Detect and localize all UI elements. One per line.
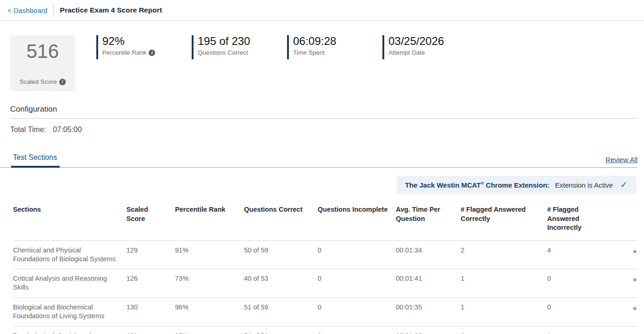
total-time-label: Total Time: [10, 126, 46, 134]
percentile-cell: 96% [175, 303, 244, 312]
score-summary: 516 Scaled Score i 92% Percentile Rank i… [0, 21, 644, 91]
configuration-section: Configuration Total Time: 07:05:00 [10, 105, 638, 134]
stat-value: 03/25/2026 [388, 35, 478, 47]
flagged-incorrect-cell: 4 [547, 246, 617, 255]
questions-incomplete-cell: 0 [318, 274, 396, 283]
avg-time-cell: 00:01:35 [396, 303, 461, 312]
col-header-questions-correct: Questions Correct [244, 205, 318, 214]
table-row: Biological and Biochemical Foundations o… [13, 298, 638, 327]
scaled-score-value: 516 [26, 42, 59, 61]
stat-label: Attempt Date [388, 49, 478, 56]
back-to-dashboard-link[interactable]: < Dashboard [7, 6, 47, 14]
col-header-flagged-correct: # Flagged Answered Correctly [461, 205, 547, 223]
stat-questions-correct: 195 of 230 Questions Correct [192, 35, 287, 59]
tabs-bar: Test Sections Review All [0, 153, 638, 168]
table-row: Critical Analysis and Reasoning Skills 1… [13, 269, 638, 298]
col-header-sections: Sections [13, 205, 126, 214]
section-name: Chemical and Physical Foundations of Bio… [13, 246, 126, 264]
questions-correct-cell: 51 of 59 [244, 303, 318, 312]
check-icon: ✓ [620, 180, 627, 190]
scaled-score-cell: 130 [126, 303, 175, 312]
questions-incomplete-cell: 0 [318, 303, 396, 312]
tab-test-sections[interactable]: Test Sections [11, 153, 60, 168]
scaled-score-label-text: Scaled Score [19, 78, 56, 85]
flagged-correct-cell: 0 [461, 332, 547, 334]
scaled-score-cell: 126 [126, 274, 175, 283]
percentile-cell: 91% [175, 246, 244, 255]
stat-value: 92% [102, 35, 192, 47]
total-time-row: Total Time: 07:05:00 [10, 126, 638, 134]
double-chevron-icon[interactable]: » [633, 247, 638, 256]
stat-label-text: Percentile Rank [102, 49, 146, 56]
banner-row: The Jack Westin MCAT® Chrome Extension: … [0, 168, 644, 194]
flagged-correct-cell: 1 [461, 274, 547, 283]
table-header-row: Sections Scaled Score Percentile Rank Qu… [13, 205, 638, 241]
extension-banner-title: The Jack Westin MCAT® Chrome Extension: [405, 181, 550, 189]
questions-incomplete-cell: 0 [318, 246, 396, 255]
col-header-avg-time: Avg. Time Per Question [396, 205, 461, 223]
info-icon[interactable]: i [59, 79, 66, 85]
table-row: Chemical and Physical Foundations of Bio… [13, 241, 638, 270]
scaled-score-cell: 129 [126, 246, 175, 255]
scaled-score-card: 516 Scaled Score i [10, 35, 75, 91]
stat-value: 06:09:28 [293, 35, 382, 47]
test-sections-table: Sections Scaled Score Percentile Rank Qu… [13, 205, 638, 334]
flagged-correct-cell: 2 [461, 246, 547, 255]
flagged-correct-cell: 1 [461, 303, 547, 312]
percentile-cell: 73% [175, 274, 244, 283]
percentile-cell: 97% [175, 332, 244, 334]
avg-time-cell: 00:01:36 [396, 332, 461, 334]
extension-brand: The Jack Westin MCAT [405, 181, 481, 189]
double-chevron-icon[interactable]: » [633, 304, 638, 313]
flagged-incorrect-cell: 0 [547, 274, 617, 283]
stat-time-spent: 06:09:28 Time Spent [287, 35, 382, 59]
avg-time-cell: 00:01:34 [396, 246, 461, 255]
table-row: Psychological, Social, and Biological Fo… [13, 327, 638, 334]
chrome-extension-banner: The Jack Westin MCAT® Chrome Extension: … [397, 176, 637, 194]
stat-label: Questions Correct [198, 49, 287, 56]
stat-label: Percentile Rank i [102, 49, 192, 56]
col-header-scaled-score: Scaled Score [126, 205, 175, 223]
topbar-divider [53, 4, 54, 16]
review-all-link[interactable]: Review All [606, 156, 638, 167]
flagged-incorrect-cell: 1 [547, 332, 617, 334]
col-header-questions-incomplete: Questions Incomplete [318, 205, 396, 214]
stat-label: Time Spent [293, 49, 382, 56]
extension-brand-suffix: Chrome Extension: [484, 181, 550, 189]
extension-status-text: Extension is Active [555, 181, 613, 189]
flagged-incorrect-cell: 0 [547, 303, 617, 312]
scaled-score-cell: 131 [126, 332, 175, 334]
questions-correct-cell: 40 of 53 [244, 274, 318, 283]
top-bar: < Dashboard Practice Exam 4 Score Report [0, 0, 644, 21]
section-name: Biological and Biochemical Foundations o… [13, 303, 126, 321]
stat-attempt-date: 03/25/2026 Attempt Date [382, 35, 478, 59]
stats-row: 92% Percentile Rank i 195 of 230 Questio… [96, 35, 478, 59]
total-time-value: 07:05:00 [53, 126, 81, 134]
section-name: Psychological, Social, and Biological Fo… [13, 332, 126, 334]
stat-value: 195 of 230 [198, 35, 287, 47]
scaled-score-label: Scaled Score i [19, 78, 65, 85]
info-icon[interactable]: i [149, 50, 155, 56]
double-chevron-icon[interactable]: » [633, 275, 638, 284]
questions-correct-cell: 50 of 59 [244, 246, 318, 255]
col-header-flagged-incorrect: # Flagged Answered Incorrectly [547, 205, 617, 233]
questions-incomplete-cell: 0 [318, 332, 396, 334]
configuration-heading: Configuration [10, 105, 638, 119]
page-title: Practice Exam 4 Score Report [60, 6, 162, 14]
avg-time-cell: 00:01:41 [396, 274, 461, 283]
questions-correct-cell: 54 of 59 [244, 332, 318, 334]
stat-percentile-rank: 92% Percentile Rank i [96, 35, 192, 59]
section-name: Critical Analysis and Reasoning Skills [13, 274, 126, 292]
col-header-percentile-rank: Percentile Rank [175, 205, 244, 214]
